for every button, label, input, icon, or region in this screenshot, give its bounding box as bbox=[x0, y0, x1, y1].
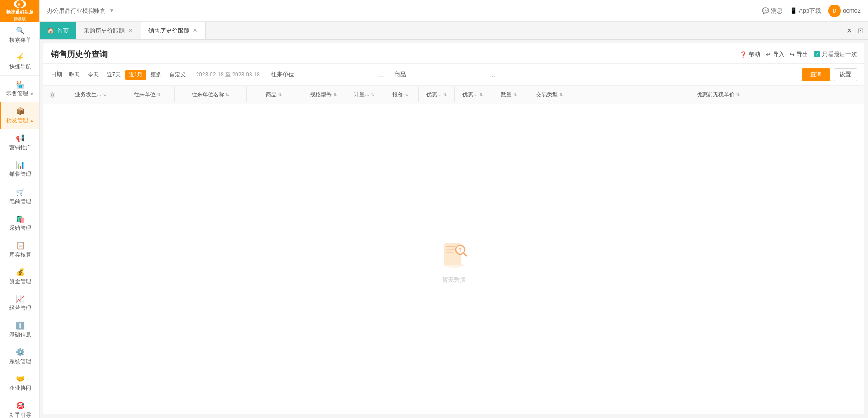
sidebar-item-basic[interactable]: ℹ️ 基础信息 bbox=[0, 317, 39, 343]
th-discount1-sort-icon: ⇅ bbox=[443, 92, 447, 97]
date-btn-7days[interactable]: 近7天 bbox=[103, 70, 124, 80]
table-header: 业务发生... ⇅ 往来单位 ⇅ 往来单位名称 ⇅ 商品 ⇅ bbox=[43, 86, 864, 104]
sidebar-item-purchase[interactable]: 🛍️ 采购管理 bbox=[0, 210, 39, 237]
partner-input[interactable] bbox=[297, 70, 377, 79]
th-notax[interactable]: 优惠前无税单价 ⇅ bbox=[572, 87, 864, 102]
date-btn-yesterday[interactable]: 昨天 bbox=[65, 70, 83, 80]
page-title: 销售历史价查询 bbox=[51, 49, 108, 60]
tab-purchase-history-close[interactable]: ✕ bbox=[127, 27, 133, 34]
table-wrap: 业务发生... ⇅ 往来单位 ⇅ 往来单位名称 ⇅ 商品 ⇅ bbox=[43, 86, 864, 414]
sidebar-item-label: 新手引导 bbox=[9, 411, 31, 418]
home-icon: 🏠 bbox=[47, 27, 54, 34]
sidebar-item-inventory[interactable]: 📋 库存核算 bbox=[0, 237, 39, 263]
query-button[interactable]: 查询 bbox=[802, 68, 830, 81]
close-all-tabs-btn[interactable]: ✕ bbox=[845, 25, 853, 36]
svg-rect-5 bbox=[446, 246, 456, 247]
date-range-text: 2023-02-18 至 2023-03-18 bbox=[196, 71, 259, 79]
retail-icon: 🏪 bbox=[16, 80, 25, 89]
sales-icon: 📊 bbox=[16, 161, 25, 169]
th-goods-label: 商品 bbox=[266, 91, 277, 99]
tab-sales-history[interactable]: 销售历史价跟踪 ✕ bbox=[141, 22, 206, 39]
th-discount2[interactable]: 优惠... ⇅ bbox=[455, 87, 491, 102]
sidebar-item-sales-mgmt[interactable]: 📊 销售管理 bbox=[0, 156, 39, 183]
sidebar-item-finance[interactable]: 💰 资金管理 bbox=[0, 263, 39, 290]
th-date-label: 业务发生... bbox=[75, 91, 101, 99]
goods-browse-btn[interactable]: ... bbox=[490, 71, 495, 78]
th-discount2-label: 优惠... bbox=[462, 91, 478, 99]
tabbar-spacer bbox=[206, 22, 842, 39]
th-partner-name-sort-icon: ⇅ bbox=[226, 92, 229, 97]
import-label: 导入 bbox=[773, 50, 784, 58]
th-spec[interactable]: 规格型号 ⇅ bbox=[301, 87, 346, 102]
sidebar-item-search[interactable]: 🔍 搜索菜单 bbox=[0, 22, 39, 48]
tabbar-actions: ✕ ⊡ bbox=[842, 22, 868, 39]
message-btn[interactable]: 💬 消息 bbox=[762, 7, 783, 15]
th-goods[interactable]: 商品 ⇅ bbox=[247, 87, 301, 102]
sidebar-item-quick-nav[interactable]: ⚡ 快捷导航 bbox=[0, 48, 39, 75]
basic-icon: ℹ️ bbox=[16, 321, 25, 330]
th-qty[interactable]: 数量 ⇅ bbox=[491, 87, 527, 102]
th-type[interactable]: 交易类型 ⇅ bbox=[527, 87, 572, 102]
sidebar-item-system[interactable]: ⚙️ 系统管理 bbox=[0, 343, 39, 370]
th-partner-code[interactable]: 往来单位 ⇅ bbox=[120, 87, 175, 102]
message-icon: 💬 bbox=[762, 7, 769, 14]
date-btn-1month[interactable]: 近1月 bbox=[125, 70, 146, 80]
only-last-wrap[interactable]: ✓ 只看最后一次 bbox=[814, 50, 857, 58]
sidebar-item-wholesale[interactable]: 📦 批发管理 ▲ bbox=[0, 102, 39, 129]
th-unit[interactable]: 计量... ⇅ bbox=[346, 87, 382, 102]
message-label: 消息 bbox=[771, 7, 783, 15]
sidebar-item-operation[interactable]: 📈 经营管理 bbox=[0, 290, 39, 317]
date-btn-more[interactable]: 更多 bbox=[147, 70, 165, 80]
sidebar-item-retail[interactable]: 🏪 零售管理 ▼ bbox=[0, 76, 39, 102]
th-settings[interactable] bbox=[43, 88, 61, 102]
user-menu[interactable]: D demo2 bbox=[828, 5, 861, 17]
th-date[interactable]: 业务发生... ⇅ bbox=[61, 87, 120, 102]
app-download-btn[interactable]: 📱 App下载 bbox=[790, 7, 821, 15]
th-partner-name-label: 往来单位名称 bbox=[192, 91, 224, 99]
import-btn[interactable]: ↩ 导入 bbox=[766, 50, 784, 58]
tabbar: 🏠 首页 采购历史价跟踪 ✕ 销售历史价跟踪 ✕ ✕ ⊡ bbox=[40, 22, 868, 40]
th-partner-code-label: 往来单位 bbox=[134, 91, 156, 99]
sidebar-item-label: 基础信息 bbox=[9, 331, 31, 339]
sidebar-item-label: 经营管理 bbox=[9, 304, 31, 312]
svg-point-2 bbox=[51, 94, 53, 96]
only-last-checkbox[interactable]: ✓ bbox=[814, 51, 820, 57]
avatar: D bbox=[828, 5, 841, 17]
help-btn[interactable]: ❓ 帮助 bbox=[740, 50, 760, 58]
sidebar-item-newbie[interactable]: 🎯 新手引导 bbox=[0, 397, 39, 418]
svg-text:?: ? bbox=[458, 247, 462, 253]
page-panel: 销售历史价查询 ❓ 帮助 ↩ 导入 ↪ 导出 ✓ bbox=[43, 43, 864, 414]
sidebar-item-ecommerce[interactable]: 🛒 电商管理 bbox=[0, 183, 39, 210]
setting-button[interactable]: 设置 bbox=[834, 68, 857, 81]
tab-purchase-history[interactable]: 采购历史价跟踪 ✕ bbox=[76, 22, 141, 39]
partner-browse-btn[interactable]: ... bbox=[378, 71, 383, 78]
date-btn-today[interactable]: 今天 bbox=[84, 70, 102, 80]
tab-sales-history-close[interactable]: ✕ bbox=[192, 27, 198, 34]
th-price-label: 报价 bbox=[392, 91, 403, 99]
maximize-btn[interactable]: ⊡ bbox=[857, 25, 864, 36]
th-partner-name[interactable]: 往来单位名称 ⇅ bbox=[175, 87, 247, 102]
export-btn[interactable]: ↪ 导出 bbox=[790, 50, 808, 58]
th-spec-sort-icon: ⇅ bbox=[333, 92, 337, 97]
sidebar-item-marketing[interactable]: 📢 营销推广 bbox=[0, 129, 39, 156]
th-price-sort-icon: ⇅ bbox=[405, 92, 408, 97]
date-filter-group: 日期 昨天 今天 近7天 近1月 更多 自定义 2023-02-18 至 202… bbox=[51, 70, 260, 80]
filter-actions-right: 查询 设置 bbox=[802, 68, 857, 81]
sidebar-item-label: 快捷导航 bbox=[9, 63, 31, 71]
operation-icon: 📈 bbox=[16, 294, 25, 303]
goods-input[interactable] bbox=[409, 70, 488, 79]
sidebar-section-retail: 🏪 零售管理 ▼ 📦 批发管理 ▲ bbox=[0, 75, 39, 129]
sidebar-section-sub: 📢 营销推广 📊 销售管理 bbox=[0, 129, 39, 183]
sidebar-item-enterprise[interactable]: 🤝 企业协同 bbox=[0, 370, 39, 397]
tab-home[interactable]: 🏠 首页 bbox=[40, 22, 76, 39]
th-notax-label: 优惠前无税单价 bbox=[697, 91, 735, 99]
th-price[interactable]: 报价 ⇅ bbox=[382, 87, 419, 102]
th-discount1[interactable]: 优惠... ⇅ bbox=[419, 87, 455, 102]
svg-line-9 bbox=[463, 253, 467, 256]
sidebar-item-label: 零售管理 bbox=[6, 90, 28, 97]
sidebar-item-label: 资金管理 bbox=[9, 278, 31, 285]
date-label: 日期 bbox=[51, 71, 62, 79]
date-btn-custom[interactable]: 自定义 bbox=[166, 70, 189, 80]
workspace-dropdown-icon[interactable]: ▼ bbox=[109, 8, 114, 13]
partner-input-wrap: ... bbox=[297, 70, 383, 79]
